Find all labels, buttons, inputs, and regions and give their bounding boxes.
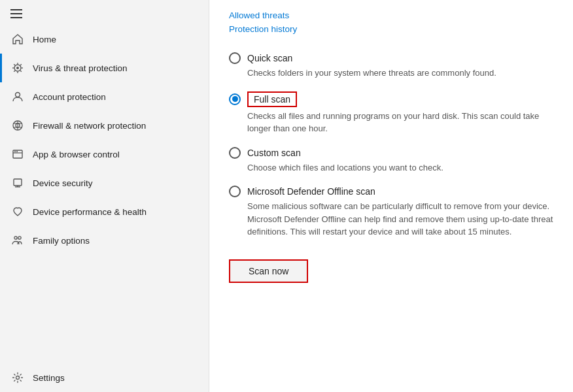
sidebar: Home Virus & threat protection (0, 0, 209, 392)
device-security-icon (10, 176, 25, 190)
svg-point-10 (16, 93, 20, 97)
sidebar-settings-label: Settings (33, 373, 65, 383)
sidebar-item-account[interactable]: Account protection (0, 82, 209, 111)
full-scan-label: Full scan (247, 91, 297, 107)
sidebar-item-virus[interactable]: Virus & threat protection (0, 54, 209, 82)
svg-line-6 (14, 64, 15, 65)
quick-scan-radio[interactable] (229, 52, 241, 64)
offline-scan-description: Some malicious software can be particula… (247, 200, 553, 238)
allowed-threats-link[interactable]: Allowed threats (229, 10, 553, 20)
scan-now-button[interactable]: Scan now (229, 259, 308, 283)
protection-history-link[interactable]: Protection history (229, 24, 553, 34)
sidebar-item-virus-label: Virus & threat protection (33, 63, 128, 73)
links-section: Allowed threats Protection history (229, 10, 553, 34)
settings-icon (10, 370, 25, 385)
full-scan-option: Full scan Checks all files and running p… (229, 91, 553, 135)
sidebar-item-device-security-label: Device security (33, 178, 93, 188)
device-health-icon (10, 204, 25, 219)
sidebar-item-family[interactable]: Family options (0, 226, 209, 255)
sidebar-item-device-security[interactable]: Device security (0, 169, 209, 197)
scan-options: Quick scan Checks folders in your system… (229, 52, 553, 250)
svg-line-7 (20, 71, 22, 72)
account-icon (10, 90, 25, 104)
hamburger-button[interactable] (0, 0, 209, 25)
offline-scan-radio[interactable] (229, 186, 241, 197)
home-icon (10, 32, 25, 46)
sidebar-item-account-label: Account protection (33, 92, 106, 102)
svg-point-23 (14, 237, 17, 239)
offline-scan-row[interactable]: Microsoft Defender Offline scan (229, 186, 553, 197)
main-content: Allowed threats Protection history Quick… (209, 0, 573, 392)
sidebar-item-firewall[interactable]: Firewall & network protection (0, 111, 209, 140)
sidebar-item-app-browser[interactable]: App & browser control (0, 140, 209, 169)
custom-scan-radio[interactable] (229, 147, 241, 159)
custom-scan-label: Custom scan (247, 148, 301, 158)
sidebar-item-settings[interactable]: Settings (0, 363, 209, 392)
sidebar-item-device-health[interactable]: Device performance & health (0, 197, 209, 226)
svg-line-9 (14, 71, 15, 72)
svg-point-1 (16, 67, 19, 69)
svg-rect-20 (14, 179, 22, 186)
family-icon (10, 233, 25, 248)
sidebar-item-home-label: Home (33, 35, 56, 44)
quick-scan-description: Checks folders in your system where thre… (247, 67, 553, 80)
firewall-icon (10, 118, 25, 133)
svg-line-8 (20, 64, 22, 65)
quick-scan-label: Quick scan (247, 53, 292, 63)
svg-point-25 (16, 376, 20, 380)
custom-scan-option: Custom scan Choose which files and locat… (229, 147, 553, 174)
custom-scan-row[interactable]: Custom scan (229, 147, 553, 159)
app-browser-icon (10, 147, 25, 161)
full-scan-radio[interactable] (229, 93, 241, 105)
full-scan-row[interactable]: Full scan (229, 91, 553, 107)
sidebar-item-home[interactable]: Home (0, 25, 209, 54)
full-scan-description: Checks all files and running programs on… (247, 110, 553, 135)
sidebar-item-firewall-label: Firewall & network protection (33, 121, 146, 131)
custom-scan-description: Choose which files and locations you wan… (247, 161, 553, 174)
virus-icon (10, 61, 25, 75)
sidebar-item-app-browser-label: App & browser control (33, 150, 120, 159)
offline-scan-option: Microsoft Defender Offline scan Some mal… (229, 186, 553, 238)
quick-scan-option: Quick scan Checks folders in your system… (229, 52, 553, 80)
offline-scan-label: Microsoft Defender Offline scan (247, 186, 375, 197)
sidebar-item-family-label: Family options (33, 236, 90, 246)
hamburger-icon (10, 9, 22, 18)
sidebar-item-device-health-label: Device performance & health (33, 207, 147, 217)
quick-scan-row[interactable]: Quick scan (229, 52, 553, 64)
svg-point-24 (18, 237, 21, 239)
